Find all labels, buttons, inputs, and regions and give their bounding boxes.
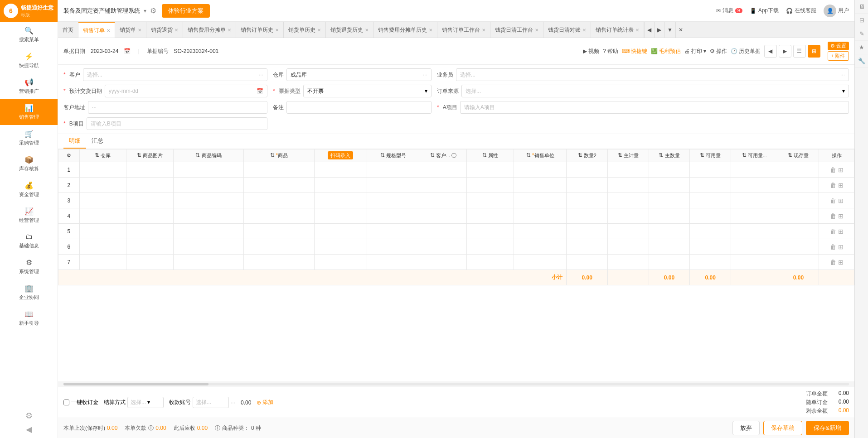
row-5-copy[interactable]: ⊞ bbox=[838, 228, 844, 235]
tab-sales-expense-close[interactable]: ✕ bbox=[228, 28, 231, 33]
trial-btn[interactable]: 体验行业方案 bbox=[162, 4, 210, 18]
row-3-delete[interactable]: 🗑 bbox=[830, 197, 836, 204]
add-btn[interactable]: ⊕ 添加 bbox=[257, 399, 273, 406]
sidebar-item-inventory[interactable]: 📦 库存核算 bbox=[0, 151, 58, 177]
sidebar-item-sales[interactable]: 📊 销售管理 bbox=[0, 99, 58, 125]
remark-input[interactable] bbox=[286, 101, 432, 114]
a-project-input[interactable]: 请输入A项目 bbox=[460, 101, 849, 114]
tab-nav-next[interactable]: ▶ bbox=[654, 22, 664, 38]
sidebar-item-search[interactable]: 🔍 搜索菜单 bbox=[0, 22, 58, 48]
th-warehouse[interactable]: ⇅ 仓库 bbox=[79, 149, 126, 162]
scroll-track[interactable] bbox=[63, 383, 849, 385]
sidebar-item-base[interactable]: 🗂 基础信息 bbox=[0, 228, 58, 254]
row-1-available[interactable] bbox=[690, 162, 731, 178]
sidebar-item-enterprise[interactable]: 🏢 企业协同 bbox=[0, 279, 58, 305]
topbar-dropdown-arrow[interactable]: ▾ bbox=[144, 8, 146, 14]
tab-nav-prev[interactable]: ◀ bbox=[644, 22, 654, 38]
row-1-spec[interactable] bbox=[367, 162, 420, 178]
tab-close-all[interactable]: ✕ bbox=[675, 22, 686, 38]
th-customer[interactable]: ⇅ 客户... ⓘ bbox=[420, 149, 467, 162]
row-1-main-qty[interactable] bbox=[649, 162, 690, 178]
tab-home[interactable]: 首页 bbox=[58, 22, 78, 38]
horizontal-scrollbar[interactable] bbox=[58, 381, 854, 387]
sidebar-item-purchase[interactable]: 🛒 采购管理 bbox=[0, 125, 58, 151]
th-sku[interactable]: ⇅ 商品编码 bbox=[173, 149, 243, 162]
account-select[interactable]: 选择... bbox=[193, 397, 229, 408]
table-container[interactable]: ⚙ ⇅ 仓库 ⇅ 商品图片 ⇅ 商品编码 ⇅ *商品 扫码录入 ⇅ 规格型号 ⇅… bbox=[58, 149, 854, 381]
warehouse-input[interactable]: 成品库 ··· bbox=[286, 68, 432, 81]
action-video[interactable]: ▶视频 bbox=[583, 48, 599, 55]
row-2-warehouse[interactable] bbox=[79, 178, 126, 193]
tab-invoice-history[interactable]: 销货单历史 ✕ bbox=[284, 22, 326, 38]
scroll-thumb[interactable] bbox=[63, 383, 209, 385]
th-product[interactable]: ⇅ *商品 bbox=[244, 149, 314, 162]
row-1-sku[interactable] bbox=[173, 162, 243, 178]
tab-sales-order[interactable]: 销售订单 ✕ bbox=[78, 22, 115, 38]
tab-sales-return[interactable]: 销货退货 ✕ bbox=[146, 22, 183, 38]
tab-order-workbench[interactable]: 销售订单工作台 ✕ bbox=[437, 22, 490, 38]
th-available2[interactable]: ⇅ 可用量... bbox=[731, 149, 778, 162]
app-download-group[interactable]: 📱 App下载 bbox=[750, 7, 779, 14]
row-4-delete[interactable]: 🗑 bbox=[830, 212, 836, 220]
tab-sales-invoice[interactable]: 销货单 ✕ bbox=[115, 22, 146, 38]
tab-sales-order-close[interactable]: ✕ bbox=[107, 28, 110, 33]
action-ops[interactable]: ⚙操作 bbox=[710, 48, 727, 55]
discard-btn[interactable]: 放弃 bbox=[732, 421, 760, 435]
salesperson-input[interactable]: 选择... ··· bbox=[456, 68, 849, 81]
row-7-copy[interactable]: ⊞ bbox=[838, 259, 844, 266]
tab-cash-workbench-close[interactable]: ✕ bbox=[535, 28, 538, 33]
tab-order-history[interactable]: 销售订单历史 ✕ bbox=[236, 22, 284, 38]
action-profit[interactable]: 💹毛利预估 bbox=[651, 48, 681, 55]
row-1-delete[interactable]: 🗑 bbox=[830, 166, 836, 173]
row-1-unit[interactable] bbox=[514, 162, 567, 178]
row-7-delete[interactable]: 🗑 bbox=[830, 259, 836, 266]
th-settings[interactable]: ⚙ bbox=[58, 149, 80, 162]
row-1-customer[interactable] bbox=[420, 162, 467, 178]
th-attr[interactable]: ⇅ 属性 bbox=[467, 149, 514, 162]
th-scan[interactable]: 扫码录入 bbox=[314, 149, 367, 162]
row-1-copy[interactable]: ⊞ bbox=[838, 166, 844, 173]
tab-cash-workbench[interactable]: 钱货日清工作台 ✕ bbox=[490, 22, 543, 38]
tab-return-history-close[interactable]: ✕ bbox=[365, 28, 369, 33]
settings-bottom-icon[interactable]: ⚙ bbox=[25, 411, 33, 421]
next-record-btn[interactable]: ▶ bbox=[779, 45, 791, 58]
right-sidebar-icon-4[interactable]: ★ bbox=[855, 41, 868, 54]
prev-record-btn[interactable]: ◀ bbox=[764, 45, 777, 58]
collapse-icon[interactable]: ◀ bbox=[26, 424, 32, 434]
row-1-product[interactable] bbox=[244, 162, 314, 178]
row-4-copy[interactable]: ⊞ bbox=[838, 212, 844, 220]
th-stock[interactable]: ⇅ 现存量 bbox=[778, 149, 819, 162]
tab-sales-invoice-close[interactable]: ✕ bbox=[138, 28, 141, 33]
sub-tab-detail[interactable]: 明细 bbox=[63, 134, 86, 149]
message-group[interactable]: ✉ 消息 9 bbox=[716, 7, 742, 14]
customer-input[interactable]: 选择... ··· bbox=[83, 68, 267, 81]
order-source-select[interactable]: 选择... ▾ bbox=[461, 85, 849, 97]
row-3-copy[interactable]: ⊞ bbox=[838, 197, 844, 204]
action-print[interactable]: 🖨打印▾ bbox=[684, 48, 706, 55]
tab-nav-more[interactable]: ▼ bbox=[664, 22, 675, 38]
row-5-delete[interactable]: 🗑 bbox=[830, 228, 836, 235]
row-1-attr[interactable] bbox=[467, 162, 514, 178]
row-1-stock[interactable] bbox=[778, 162, 819, 178]
tab-expense-history[interactable]: 销售费用分摊单历史 ✕ bbox=[373, 22, 437, 38]
row-1-available2[interactable] bbox=[731, 162, 778, 178]
save-new-btn[interactable]: 保存&新增 bbox=[806, 421, 849, 435]
right-sidebar-icon-3[interactable]: ✎ bbox=[855, 27, 868, 41]
list-view-btn[interactable]: ☰ bbox=[793, 45, 806, 58]
th-available[interactable]: ⇅ 可用量 bbox=[690, 149, 731, 162]
th-unit[interactable]: ⇅ *销售单位 bbox=[514, 149, 567, 162]
b-project-input[interactable]: 请输入B项目 bbox=[87, 117, 267, 130]
tab-cash-reconcile-close[interactable]: ✕ bbox=[582, 28, 586, 33]
action-shortcut[interactable]: ⌨快捷键 bbox=[622, 48, 647, 55]
right-sidebar-icon-5[interactable]: 🔧 bbox=[855, 54, 868, 68]
tab-sales-report[interactable]: 销售订单统计表 ✕ bbox=[591, 22, 644, 38]
action-history[interactable]: 🕐历史单据 bbox=[731, 48, 761, 55]
online-service-group[interactable]: 🎧 在线客服 bbox=[786, 7, 816, 14]
th-main-unit[interactable]: ⇅ 主计量 bbox=[608, 149, 649, 162]
row-6-delete[interactable]: 🗑 bbox=[830, 243, 836, 250]
address-input[interactable]: ··· bbox=[88, 101, 267, 114]
row-2-delete[interactable]: 🗑 bbox=[830, 182, 836, 189]
action-help[interactable]: ?帮助 bbox=[603, 48, 618, 55]
row-2-copy[interactable]: ⊞ bbox=[838, 182, 844, 189]
row-1-qty2[interactable] bbox=[567, 162, 608, 178]
